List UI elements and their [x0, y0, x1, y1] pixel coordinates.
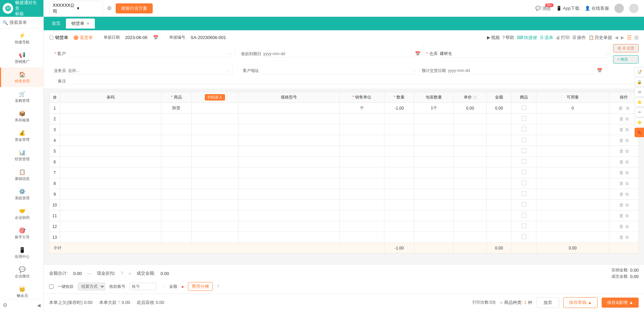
delete-row-12-icon[interactable]: 🗑	[619, 224, 623, 229]
salesperson-input[interactable]	[68, 67, 225, 74]
tab-sales-order[interactable]: 销货单 ✕	[66, 18, 95, 29]
sidebar-collapse-icon[interactable]: ◀	[37, 303, 41, 308]
gift-checkbox-4[interactable]	[522, 138, 526, 142]
delete-row-11-icon[interactable]: 🗑	[619, 213, 623, 218]
add-row-icon[interactable]: ●	[181, 284, 184, 289]
th-scan[interactable]: 扫码录入	[191, 92, 238, 103]
toolbar-shortcut-btn[interactable]: ⌨ 快捷键	[517, 35, 537, 41]
toolbar-print-btn[interactable]: 🖨 打印	[556, 35, 570, 41]
discount-question-icon[interactable]: ?	[121, 271, 123, 276]
nav-next-icon[interactable]: ▶	[621, 35, 624, 40]
experience-btn[interactable]: 体验行业方案	[116, 3, 153, 13]
delete-row-8-icon[interactable]: 🗑	[619, 181, 623, 186]
radio-return-order[interactable]: 退货单	[74, 35, 93, 41]
delete-row-3-icon[interactable]: 🗑	[619, 127, 623, 132]
toolbar-help-btn[interactable]: ? 帮助	[502, 35, 514, 41]
nav-prev-icon[interactable]: ◀	[615, 35, 618, 40]
avatar2[interactable]	[629, 4, 639, 13]
copy-row-2-icon[interactable]: ⧉	[626, 116, 629, 121]
online-service-btn[interactable]: 👤 在线客服	[585, 5, 609, 11]
float-item-6[interactable]: ⭐	[635, 118, 644, 127]
sidebar-item-marketing[interactable]: 📢 营销推广	[0, 48, 43, 68]
copy-row-4-icon[interactable]: ⧉	[626, 138, 629, 143]
collect-date-input[interactable]	[263, 50, 415, 57]
toolbar-video-btn[interactable]: ▶ 视频	[487, 35, 500, 41]
float-item-1[interactable]: 📝	[635, 67, 644, 77]
float-item-5[interactable]: ✏	[635, 108, 644, 117]
message-btn[interactable]: 💬 消息 99+	[535, 5, 551, 11]
account-input[interactable]	[129, 283, 156, 290]
sidebar-search[interactable]: 🔍 搜索菜单	[0, 17, 43, 29]
sidebar-item-sales[interactable]: 🏠 销售管理	[0, 68, 43, 87]
fee-question-icon[interactable]: ?	[217, 284, 219, 289]
float-item-4[interactable]: ⭐	[635, 98, 644, 107]
copy-row-9-icon[interactable]: ⧉	[626, 192, 629, 197]
account-dots-btn[interactable]: ···	[162, 284, 165, 289]
save-draft-btn[interactable]: 保存草稿 ▲	[563, 297, 598, 308]
delete-row-6-icon[interactable]: 🗑	[619, 159, 623, 164]
delete-row-13-icon[interactable]: 🗑	[619, 235, 623, 240]
customer-addr-input[interactable]	[261, 67, 411, 74]
gift-checkbox-12[interactable]	[522, 224, 526, 228]
calendar-icon[interactable]: 📅	[153, 35, 158, 40]
expected-date-calendar-icon[interactable]: 📅	[597, 68, 602, 73]
one-click-pay-checkbox[interactable]	[49, 284, 53, 289]
save-new-btn[interactable]: 保存&新增 ▲	[602, 298, 639, 308]
delete-row-1-icon[interactable]: 🗑	[618, 106, 623, 111]
gift-checkbox-3[interactable]	[522, 127, 526, 131]
abandon-btn[interactable]: 放弃	[536, 297, 559, 308]
fee-split-btn[interactable]: 费用分摊	[188, 282, 213, 291]
warehouse-dots-btn[interactable]: ···	[606, 51, 609, 56]
gift-checkbox-1[interactable]	[522, 105, 526, 110]
sidebar-item-member[interactable]: 👑 畅会员	[0, 282, 43, 299]
company-selector[interactable]: XXXXXX公司 ▾	[49, 1, 103, 16]
customer-dots-btn[interactable]: ···	[229, 51, 232, 56]
gift-checkbox-9[interactable]	[522, 191, 526, 196]
sidebar-item-inventory[interactable]: 📦 库存核算	[0, 107, 43, 126]
copy-row-5-icon[interactable]: ⧉	[626, 149, 629, 154]
tab-home[interactable]: 首页	[46, 18, 66, 29]
view-toggle-grid[interactable]: ⊞	[634, 34, 639, 41]
gift-checkbox-8[interactable]	[522, 181, 526, 185]
sidebar-item-quick-nav[interactable]: ⚡ 快捷导航	[0, 29, 43, 48]
app-download-btn[interactable]: 📱 App下载	[556, 5, 579, 11]
calc-method-select[interactable]: 结算方式	[78, 282, 105, 290]
th-gear[interactable]: ⚙	[49, 92, 60, 103]
topbar-gear-icon[interactable]: ⚙	[107, 5, 112, 11]
gift-checkbox-11[interactable]	[522, 213, 526, 218]
sidebar-settings-icon[interactable]: ⚙	[3, 302, 7, 308]
tab-close-icon[interactable]: ✕	[86, 22, 89, 26]
collect-date-calendar-icon[interactable]: 📅	[415, 51, 420, 56]
copy-row-1-icon[interactable]: ⧉	[626, 106, 629, 111]
gift-checkbox-10[interactable]	[522, 202, 526, 207]
sidebar-item-basic[interactable]: 📋 基础信息	[0, 165, 43, 185]
toolbar-ops-btn[interactable]: ☰ 操作	[572, 35, 586, 41]
toolbar-select-btn[interactable]: ☰ 选单	[540, 35, 553, 41]
flow-btn[interactable]: + 物流	[613, 55, 639, 64]
copy-row-10-icon[interactable]: ⧉	[626, 202, 629, 207]
copy-row-6-icon[interactable]: ⧉	[626, 159, 629, 164]
copy-row-3-icon[interactable]: ⧉	[626, 127, 629, 132]
gift-checkbox-5[interactable]	[522, 148, 526, 153]
scan-btn[interactable]: 扫码录入	[205, 94, 225, 101]
delete-row-9-icon[interactable]: 🗑	[619, 192, 623, 197]
radio-product-icon[interactable]: ○	[500, 300, 503, 305]
float-item-7[interactable]: 🔖	[635, 128, 644, 137]
float-item-2[interactable]: 🔒	[635, 77, 644, 87]
sidebar-item-wechat[interactable]: 💬 企业微信	[0, 263, 43, 282]
sidebar-item-appstore[interactable]: 📱 应用中心	[0, 243, 43, 263]
sidebar-item-purchase[interactable]: 🛒 采购管理	[0, 87, 43, 107]
copy-row-11-icon[interactable]: ⧉	[626, 213, 629, 218]
delete-row-2-icon[interactable]: 🗑	[619, 116, 623, 121]
avatar[interactable]	[614, 4, 624, 13]
gift-checkbox-6[interactable]	[522, 159, 526, 164]
customer-addr-dots-btn[interactable]: ···	[413, 68, 416, 73]
view-toggle-list[interactable]: ☰	[627, 34, 632, 41]
gift-checkbox-13[interactable]	[522, 234, 526, 239]
copy-row-8-icon[interactable]: ⧉	[626, 181, 629, 186]
delete-row-5-icon[interactable]: 🗑	[619, 149, 623, 154]
copy-row-12-icon[interactable]: ⧉	[626, 224, 629, 229]
delete-row-4-icon[interactable]: 🗑	[619, 138, 623, 143]
delete-row-7-icon[interactable]: 🗑	[619, 170, 623, 175]
sidebar-item-collab[interactable]: 🤝 企业协同	[0, 204, 43, 224]
